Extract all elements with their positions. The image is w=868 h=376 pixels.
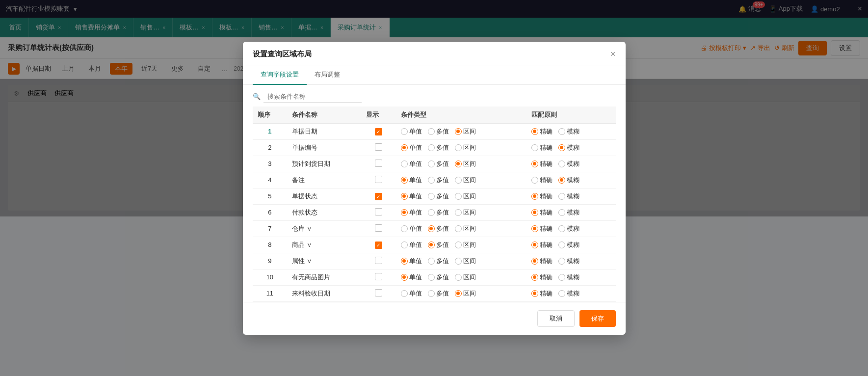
display-checkbox[interactable] <box>375 176 382 183</box>
row-match: 精确模糊 <box>526 172 616 188</box>
type-radio-dot <box>401 209 408 216</box>
match-radio-dot <box>558 177 565 184</box>
display-checkbox[interactable] <box>375 160 382 167</box>
table-row: 3预计到货日期单值多值区间精确模糊 <box>253 156 616 172</box>
row-display[interactable] <box>361 123 396 139</box>
row-order: 2 <box>253 139 288 156</box>
match-radio-label: 精确 <box>540 160 552 168</box>
row-display[interactable] <box>361 204 396 216</box>
match-radio-dot <box>531 177 538 184</box>
type-radio-label: 多值 <box>436 208 449 217</box>
type-radio-dot <box>455 177 462 184</box>
search-icon: 🔍 <box>253 93 261 100</box>
row-display[interactable] <box>361 172 396 188</box>
type-radio-label: 多值 <box>436 176 449 185</box>
row-display[interactable] <box>361 139 396 156</box>
type-radio-item[interactable]: 多值 <box>428 160 449 168</box>
dialog-tab-layout[interactable]: 布局调整 <box>307 65 348 85</box>
type-radio-dot <box>428 177 435 184</box>
type-radio-label: 单值 <box>409 143 422 152</box>
match-radio-item[interactable]: 精确 <box>531 208 552 217</box>
match-radio-item[interactable]: 模糊 <box>558 192 579 201</box>
row-name: 备注 <box>287 172 361 188</box>
match-radio-dot <box>531 128 538 135</box>
match-radio-label: 模糊 <box>567 143 579 152</box>
type-radio-item[interactable]: 多值 <box>428 127 449 136</box>
display-checkbox[interactable] <box>375 193 382 200</box>
row-order: 5 <box>253 188 288 204</box>
match-radio-item[interactable]: 精确 <box>531 160 552 168</box>
row-match: 精确模糊 <box>526 123 616 139</box>
match-radio-item[interactable]: 精确 <box>531 192 552 201</box>
type-radio-item[interactable]: 单值 <box>401 143 422 152</box>
type-radio-label: 单值 <box>409 127 422 136</box>
type-radio-item[interactable]: 区间 <box>455 208 476 217</box>
row-type: 单值多值区间 <box>396 204 526 216</box>
dialog-close-btn[interactable]: × <box>610 50 616 58</box>
row-name: 单据日期 <box>287 123 361 139</box>
type-radio-item[interactable]: 单值 <box>401 208 422 217</box>
match-radio-item[interactable]: 模糊 <box>558 176 579 185</box>
type-radio-item[interactable]: 多值 <box>428 208 449 217</box>
type-radio-label: 区间 <box>463 192 476 201</box>
display-checkbox[interactable] <box>375 143 382 151</box>
row-match: 精确模糊 <box>526 204 616 216</box>
type-radio-item[interactable]: 区间 <box>455 127 476 136</box>
row-match: 精确模糊 <box>526 156 616 172</box>
match-radio-item[interactable]: 模糊 <box>558 143 579 152</box>
type-radio-item[interactable]: 多值 <box>428 176 449 185</box>
match-radio-item[interactable]: 模糊 <box>558 127 579 136</box>
type-radio-item[interactable]: 单值 <box>401 176 422 185</box>
row-display[interactable] <box>361 156 396 172</box>
display-checkbox[interactable] <box>375 208 382 215</box>
type-radio-item[interactable]: 单值 <box>401 160 422 168</box>
row-display[interactable] <box>361 188 396 204</box>
type-radio-label: 区间 <box>463 143 476 152</box>
match-radio-item[interactable]: 精确 <box>531 176 552 185</box>
dialog-table-wrap: 顺序 条件名称 显示 条件类型 匹配原则 1单据日期单值多值区间精确模糊2单据编… <box>243 107 626 217</box>
type-radio-label: 单值 <box>409 160 422 168</box>
type-radio-item[interactable]: 区间 <box>455 176 476 185</box>
match-radio-item[interactable]: 模糊 <box>558 208 579 217</box>
dialog-tab-query-fields[interactable]: 查询字段设置 <box>253 65 307 85</box>
type-radio-label: 多值 <box>436 192 449 201</box>
match-radio-item[interactable]: 模糊 <box>558 160 579 168</box>
match-radio-dot <box>531 209 538 216</box>
type-radio-dot <box>455 128 462 135</box>
type-radio-dot <box>455 161 462 167</box>
match-radio-label: 模糊 <box>567 160 579 168</box>
col-display: 显示 <box>361 107 396 124</box>
row-match: 精确模糊 <box>526 188 616 204</box>
search-input[interactable] <box>263 91 362 103</box>
modal-overlay: 设置查询区域布局 × 查询字段设置 布局调整 🔍 顺序 条件名称 显示 条件类型 <box>0 0 868 216</box>
type-radio-label: 区间 <box>463 176 476 185</box>
match-radio-item[interactable]: 精确 <box>531 143 552 152</box>
type-radio-item[interactable]: 多值 <box>428 143 449 152</box>
table-row: 2单据编号单值多值区间精确模糊 <box>253 139 616 156</box>
match-radio-label: 模糊 <box>567 208 579 217</box>
type-radio-item[interactable]: 单值 <box>401 192 422 201</box>
type-radio-label: 单值 <box>409 176 422 185</box>
match-radio-label: 精确 <box>540 208 552 217</box>
match-radio-dot <box>558 193 565 200</box>
match-radio-label: 精确 <box>540 192 552 201</box>
match-radio-item[interactable]: 精确 <box>531 127 552 136</box>
dialog-header: 设置查询区域布局 × <box>243 42 626 65</box>
col-order: 顺序 <box>253 107 288 124</box>
type-radio-item[interactable]: 多值 <box>428 192 449 201</box>
row-type: 单值多值区间 <box>396 139 526 156</box>
type-radio-item[interactable]: 区间 <box>455 143 476 152</box>
type-radio-item[interactable]: 区间 <box>455 192 476 201</box>
type-radio-item[interactable]: 单值 <box>401 127 422 136</box>
table-row: 5单据状态单值多值区间精确模糊 <box>253 188 616 204</box>
type-radio-dot <box>401 193 408 200</box>
display-checkbox[interactable] <box>375 128 382 135</box>
table-row: 1单据日期单值多值区间精确模糊 <box>253 123 616 139</box>
type-radio-label: 单值 <box>409 192 422 201</box>
row-type: 单值多值区间 <box>396 172 526 188</box>
row-name: 付款状态 <box>287 204 361 216</box>
row-type: 单值多值区间 <box>396 123 526 139</box>
row-type: 单值多值区间 <box>396 156 526 172</box>
type-radio-label: 多值 <box>436 127 449 136</box>
type-radio-item[interactable]: 区间 <box>455 160 476 168</box>
